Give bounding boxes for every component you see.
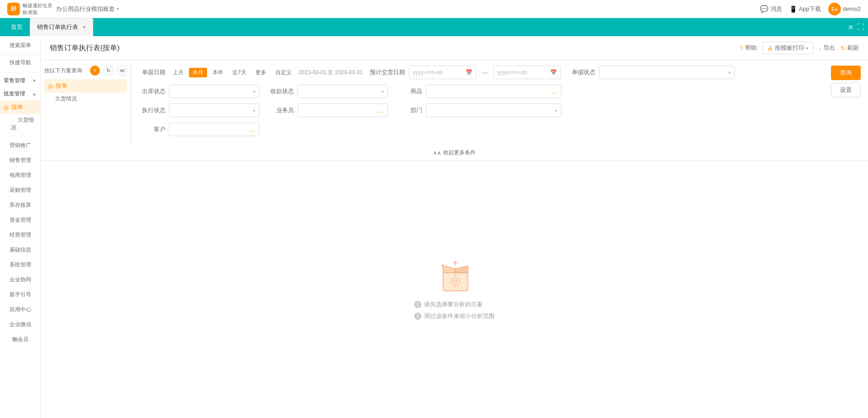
svg-point-4 (453, 280, 455, 281)
scheme-actions: + ↻ ≪ (90, 66, 127, 76)
sidebar-item-member[interactable]: 畅会员 (0, 332, 40, 347)
circle-outline-icon: ○ (11, 117, 14, 123)
filter-expected-date-item: 预计交货日期 yyyy-mm-dd 📅 — yyyy-mm-dd 📅 (370, 66, 561, 79)
sidebar-sub-item-by-order[interactable]: ◎ 按单 (0, 100, 40, 114)
logo-area: 好 畅捷通好生意 标准版 (7, 2, 52, 15)
export-icon: ↓ (819, 45, 822, 52)
tabbar-actions: ✕ ⛶ (848, 23, 864, 32)
filter-row-3: 执行状态 ▾ 业务员 … (138, 104, 827, 117)
chevron-down-icon: ▼ (32, 78, 37, 83)
search-menu-button[interactable]: 搜索菜单 (4, 40, 37, 51)
filter-exec-status-item: 执行状态 ▾ (138, 104, 259, 117)
app-download-button[interactable]: 📱 App下载 (789, 5, 821, 13)
chevron-down-icon-4: ▾ (253, 108, 255, 113)
goods-select[interactable]: … (426, 85, 561, 98)
sidebar-item-basics[interactable]: 基础信息 (0, 242, 40, 257)
filter-salesperson-item: 业务员 … (267, 104, 388, 117)
date-tab-last-month[interactable]: 上月 (169, 68, 187, 77)
nav-divider-2 (0, 136, 40, 136)
nav-divider (0, 72, 40, 72)
expected-date-end-input[interactable]: yyyy-mm-dd 📅 (493, 66, 561, 79)
sidebar-item-newbie[interactable]: 新手引导 (0, 287, 40, 302)
scheme-item-by-order[interactable]: ◎ 按单 (44, 79, 127, 93)
print-chevron-icon: ▾ (806, 46, 808, 51)
sidebar-item-system[interactable]: 系统管理 (0, 257, 40, 272)
date-tab-7days[interactable]: 近7天 (229, 68, 250, 77)
topbar: 好 畅捷通好生意 标准版 办公用品行业模拟账套 ▾ 💬 消息 📱 App下载 E… (0, 0, 868, 18)
chevron-down-icon: ▾ (117, 6, 119, 11)
content-area: 销售订单执行表(按单) ? 帮助 🖨 按模板打印 ▾ ↓ 导出 ↻ 刷新 (41, 36, 868, 418)
sidebar-item-operations[interactable]: 经营管理 (0, 228, 40, 242)
chevron-down-icon-3: ▾ (382, 89, 384, 94)
expected-date-start-input[interactable]: yyyy-mm-dd 📅 (409, 66, 476, 79)
sidebar-sub-item-shortage[interactable]: ○ 欠货情况 (0, 114, 40, 134)
sidebar-item-appstore[interactable]: 应用中心 (0, 302, 40, 317)
date-tab-more[interactable]: 更多 (252, 68, 270, 77)
industry-selector[interactable]: 办公用品行业模拟账套 ▾ (56, 5, 119, 13)
customer-select[interactable]: … (169, 123, 259, 136)
filter-row-2: 出库状态 ▾ 收款状态 ▾ (138, 85, 827, 98)
refresh-scheme-button[interactable]: ↻ (104, 66, 113, 76)
customer-more-icon[interactable]: … (249, 126, 255, 133)
collapse-scheme-button[interactable]: ≪ (117, 66, 127, 76)
empty-hints: 1 请先选择要分析的方案 2 用过滤条件来缩小分析范围 (414, 299, 495, 322)
sidebar-item-finance[interactable]: 资金管理 (0, 213, 40, 228)
sidebar-item-sales[interactable]: 销售管理 (0, 153, 40, 168)
chevron-up-icon: ▲ (32, 91, 37, 96)
quick-nav-label: 快捷导航 (9, 59, 31, 66)
goods-more-icon[interactable]: … (551, 88, 557, 95)
collapse-filter-button[interactable]: ∧∧ 收起更多条件 (433, 149, 476, 157)
salesperson-select[interactable]: … (297, 104, 388, 117)
empty-state: ✦ 1 请先选择要分析的方案 2 用过滤条件来缩小分析范围 (41, 161, 868, 418)
sidebar-item-inventory[interactable]: 库存核算 (0, 198, 40, 213)
page-header-actions: ? 帮助 🖨 按模板打印 ▾ ↓ 导出 ↻ 刷新 (740, 42, 859, 54)
filter-row-4: 客户 … (138, 123, 827, 136)
payment-status-select[interactable]: ▾ (297, 85, 388, 98)
add-scheme-button[interactable]: + (90, 66, 100, 76)
filter-scheme-panel: 按以下方案查询 + ↻ ≪ ◎ 按单 欠货情况 (41, 60, 131, 147)
sidebar-item-wechat[interactable]: 企业微信 (0, 317, 40, 332)
sidebar-item-retail[interactable]: 零售管理 ▼ (0, 74, 40, 87)
sidebar-item-collaboration[interactable]: 企业协同 (0, 272, 40, 287)
user-profile[interactable]: Ea demo2 (828, 3, 861, 15)
print-icon: 🖨 (767, 45, 773, 52)
page-title: 销售订单执行表(按单) (50, 43, 120, 53)
sidebar-item-marketing[interactable]: 营销推广 (0, 138, 40, 153)
sidebar-item-quick-nav[interactable]: 快捷导航 (0, 55, 40, 70)
doc-status-select[interactable]: ▾ (599, 66, 735, 79)
chevron-down-icon: ▾ (728, 70, 731, 75)
delivery-status-select[interactable]: ▾ (169, 85, 259, 98)
sidebar-item-ecommerce[interactable]: 电商管理 (0, 168, 40, 183)
exec-status-select[interactable]: ▾ (169, 104, 259, 117)
message-button[interactable]: 💬 消息 (760, 5, 782, 13)
filter-payment-status-item: 收款状态 ▾ (267, 85, 388, 98)
settings-button[interactable]: 设置 (831, 83, 861, 97)
calendar-icon: 📅 (466, 69, 472, 76)
refresh-button[interactable]: ↻ 刷新 (840, 44, 859, 52)
dept-select[interactable]: ▾ (426, 104, 561, 117)
help-button[interactable]: ? 帮助 (740, 44, 756, 52)
sidebar-item-purchase[interactable]: 采购管理 (0, 183, 40, 198)
logo-icon: 好 (7, 3, 20, 15)
salesperson-more-icon[interactable]: … (377, 107, 384, 114)
tab-close-icon[interactable]: × (83, 24, 86, 30)
chevron-down-icon-2: ▾ (253, 89, 255, 94)
empty-hint-2: 2 用过滤条件来缩小分析范围 (414, 310, 495, 322)
window-close-button[interactable]: ✕ (848, 23, 854, 32)
export-button[interactable]: ↓ 导出 (819, 44, 835, 52)
print-button[interactable]: 🖨 按模板打印 ▾ (762, 42, 813, 54)
empty-hint-1: 1 请先选择要分析的方案 (414, 299, 495, 310)
query-button[interactable]: 查询 (831, 66, 861, 80)
empty-illustration: ✦ (436, 257, 472, 293)
date-tab-this-month[interactable]: 本月 (189, 68, 207, 77)
svg-text:✦: ✦ (441, 263, 444, 268)
sidebar-item-wholesale[interactable]: 批发管理 ▲ (0, 87, 40, 100)
tab-sales-order[interactable]: 销售订单执行表 × (30, 18, 93, 36)
window-maximize-button[interactable]: ⛶ (857, 23, 864, 31)
tab-home[interactable]: 首页 (4, 18, 30, 36)
date-tab-custom[interactable]: 自定义 (272, 68, 295, 77)
message-icon: 💬 (760, 5, 769, 13)
date-tab-this-year[interactable]: 本年 (209, 68, 227, 77)
scheme-sub-item-shortage[interactable]: 欠货情况 (44, 93, 127, 105)
filter-bottom: ∧∧ 收起更多条件 (41, 147, 868, 161)
